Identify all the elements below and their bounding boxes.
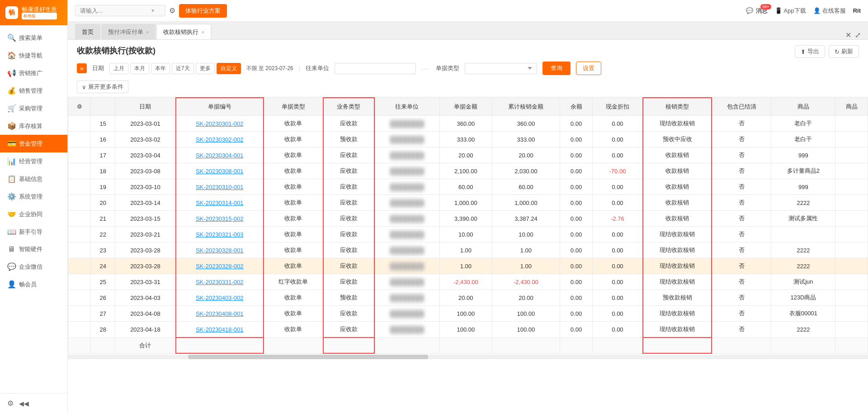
voucher-link[interactable]: SK-20230304-001 — [196, 152, 244, 159]
close-tab-icon[interactable]: ✕ — [845, 31, 851, 39]
system-icon: ⚙️ — [7, 192, 15, 201]
export-button[interactable]: ⬆ 导出 — [795, 45, 825, 58]
enterprise-icon: 🤝 — [7, 210, 15, 218]
voucher-link[interactable]: SK-20230331-002 — [196, 279, 244, 285]
service-icon: 👤 — [813, 7, 821, 14]
sidebar-nav: 🔍 搜索菜单 🏠 快捷导航 📢 营销推广 💰 销售管理 🛒 采购管理 📦 库存核… — [0, 25, 67, 393]
table-row: 27 2023-04-08 SK-20230408-001 收款单 应收款 ██… — [68, 306, 868, 322]
operation-icon: 📊 — [7, 157, 15, 166]
query-button[interactable]: 查询 — [542, 62, 571, 75]
topbar-search-area: ▼ — [75, 5, 165, 16]
sidebar: 畅 畅康道好生意 标推版 🔍 搜索菜单 🏠 快捷导航 📢 营销推广 💰 销售管理… — [0, 0, 68, 413]
sidebar-collapse-icon[interactable]: ◀◀ — [19, 400, 29, 407]
th-amount: 单据金额 — [440, 98, 492, 116]
voucher-link[interactable]: SK-20230403-002 — [196, 294, 244, 301]
sidebar-item-search-menu[interactable]: 🔍 搜索菜单 — [0, 29, 67, 47]
table-row: 16 2023-03-02 SK-20230302-002 收款单 预收款 ██… — [68, 132, 868, 147]
expand-more-button[interactable]: ∨ 展开更多条件 — [77, 81, 128, 93]
basic-icon: 📋 — [7, 175, 15, 183]
voucher-link[interactable]: SK-20230301-002 — [196, 120, 244, 127]
message-icon: 💬 — [746, 7, 753, 14]
th-include-settled: 包含已结清 — [712, 98, 771, 116]
voucher-type-label: 单据类型 — [436, 64, 459, 72]
tab-payable[interactable]: 预付冲应付单 × — [101, 24, 156, 39]
voucher-link[interactable]: SK-20230310-001 — [196, 184, 244, 190]
sidebar-item-guide[interactable]: 📖 新手引导 — [0, 223, 67, 241]
topbar-gear-icon[interactable]: ⚙ — [169, 6, 175, 15]
purchase-icon: 🛒 — [7, 104, 15, 113]
sidebar-item-basic[interactable]: 📋 基础信息 — [0, 170, 67, 188]
guide-icon: 📖 — [7, 228, 15, 236]
th-date: 日期 — [115, 98, 176, 116]
filter-area: » 日期 上月 本月 本年 近7天 更多 自定义 不限 至 2023-07-26… — [77, 62, 859, 79]
table-settings-icon[interactable]: ⚙ — [77, 103, 82, 110]
sidebar-item-hardware[interactable]: 🖥 智能硬件 — [0, 241, 67, 258]
expand-tab-icon[interactable]: ⤢ — [855, 31, 861, 39]
filter-dots: ··· — [421, 65, 430, 72]
voucher-link[interactable]: SK-20230314-001 — [196, 199, 244, 206]
page-title: 收款核销执行(按收款) — [77, 45, 156, 56]
voucher-link[interactable]: SK-20230328-001 — [196, 247, 244, 254]
logo-badge: 标推版 — [22, 13, 57, 19]
sidebar-item-member[interactable]: 👤 畅会员 — [0, 275, 67, 293]
sidebar-item-enterprise[interactable]: 🤝 企业协同 — [0, 205, 67, 223]
sidebar-item-marketing[interactable]: 📢 营销推广 — [0, 64, 67, 82]
sidebar-item-label-marketing: 营销推广 — [19, 69, 42, 77]
sidebar-item-sales[interactable]: 💰 销售管理 — [0, 82, 67, 100]
filter-expand-button[interactable]: » — [77, 63, 87, 73]
th-cash-discount: 现金折扣 — [592, 98, 643, 116]
setting-button[interactable]: 设置 — [576, 62, 601, 75]
voucher-link[interactable]: SK-20230302-002 — [196, 136, 244, 143]
sidebar-item-quick-nav[interactable]: 🏠 快捷导航 — [0, 47, 67, 64]
user-avatar[interactable]: Rit — [853, 7, 861, 14]
tab-payable-close[interactable]: × — [146, 29, 149, 35]
date-btn-7days[interactable]: 近7天 — [172, 63, 194, 74]
date-btn-this-month[interactable]: 本月 — [130, 63, 149, 74]
sidebar-item-wechat[interactable]: 💬 企业微信 — [0, 258, 67, 275]
sidebar-item-operation[interactable]: 📊 经营管理 — [0, 152, 67, 170]
sidebar-settings-icon[interactable]: ⚙ — [7, 399, 14, 408]
th-goods: 商品 — [771, 98, 835, 116]
th-settings[interactable]: ⚙ — [68, 98, 91, 116]
voucher-link[interactable]: SK-20230315-002 — [196, 215, 244, 222]
topbar-search-input[interactable] — [80, 7, 148, 14]
voucher-link[interactable]: SK-20230308-001 — [196, 168, 244, 175]
date-btn-custom[interactable]: 自定义 — [217, 63, 241, 74]
sidebar-item-label-hardware: 智能硬件 — [19, 245, 42, 253]
sidebar-item-label-inventory: 库存核算 — [19, 122, 42, 130]
tab-home[interactable]: 首页 — [75, 24, 100, 39]
solution-button[interactable]: 体验行业方案 — [179, 4, 227, 18]
table-body: 15 2023-03-01 SK-20230301-002 收款单 应收款 ██… — [68, 116, 868, 338]
voucher-link[interactable]: SK-20230418-001 — [196, 326, 244, 333]
partner-filter-label: 往来单位 — [306, 64, 329, 72]
data-table: ⚙ 日期 单据编号 单据类型 业务类型 往来单位 单据金额 累计核销金额 余额 … — [68, 97, 868, 354]
tab-collection[interactable]: 收款核销执行 × — [156, 24, 211, 39]
sidebar-item-capital[interactable]: 💳 资金管理 — [0, 135, 67, 152]
date-btn-more[interactable]: 更多 — [196, 63, 215, 74]
message-btn[interactable]: 💬 99+ 消息 — [746, 7, 768, 15]
app-icon: 📱 — [775, 7, 782, 14]
voucher-type-select[interactable] — [465, 63, 537, 74]
refresh-button[interactable]: ↻ 刷新 — [829, 45, 859, 58]
app-download-btn[interactable]: 📱 App下载 — [775, 7, 806, 15]
partner-filter-input[interactable] — [335, 63, 416, 74]
sidebar-item-inventory[interactable]: 📦 库存核算 — [0, 117, 67, 135]
tab-payable-label: 预付冲应付单 — [108, 28, 143, 36]
th-biz-type: 业务类型 — [323, 98, 374, 116]
th-voucher-type: 单据类型 — [264, 98, 323, 116]
sidebar-item-purchase[interactable]: 🛒 采购管理 — [0, 100, 67, 117]
voucher-link[interactable]: SK-20230328-002 — [196, 263, 244, 270]
sidebar-item-system[interactable]: ⚙️ 系统管理 — [0, 188, 67, 205]
capital-icon: 💳 — [7, 139, 15, 148]
sidebar-item-label-operation: 经营管理 — [19, 157, 42, 166]
voucher-link[interactable]: SK-20230408-001 — [196, 310, 244, 317]
online-service-btn[interactable]: 👤 在线客服 — [813, 7, 846, 15]
voucher-link[interactable]: SK-20230321-003 — [196, 231, 244, 238]
tab-collection-close[interactable]: × — [201, 29, 204, 35]
sidebar-item-label-nav: 快捷导航 — [19, 52, 42, 60]
date-btn-last-month[interactable]: 上月 — [109, 63, 128, 74]
date-filter-label: 日期 — [92, 64, 104, 72]
horizontal-scrollbar[interactable] — [68, 355, 868, 359]
date-btn-this-year[interactable]: 本年 — [151, 63, 170, 74]
sidebar-item-label-purchase: 采购管理 — [19, 104, 42, 113]
